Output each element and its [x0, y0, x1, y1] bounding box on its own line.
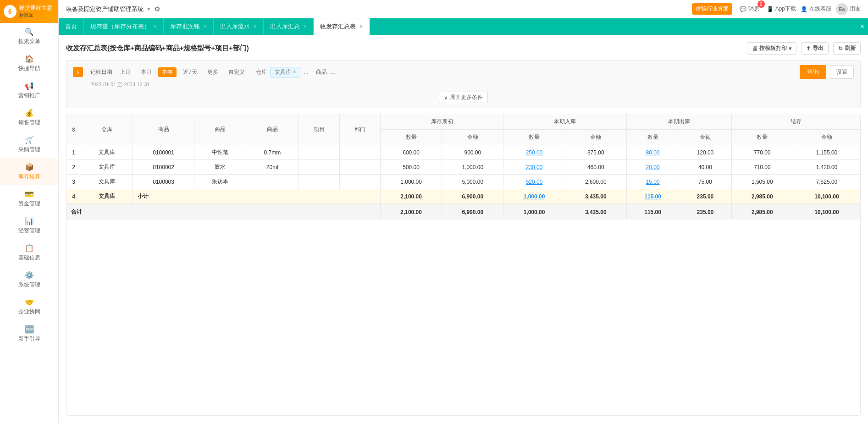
filter-toggle-btn[interactable]: ›: [73, 67, 83, 77]
tab-close-in-out-summary[interactable]: ×: [304, 23, 307, 30]
tab-receive-send-summary[interactable]: 收发存汇总表 ×: [314, 18, 370, 35]
cell-open-qty: 500.00: [380, 160, 442, 175]
cell-in-qty[interactable]: 520.00: [503, 175, 565, 189]
col-warehouse: 仓库: [81, 114, 133, 145]
export-btn[interactable]: ⬆ 导出: [801, 42, 829, 55]
sidebar-item-search[interactable]: 🔍 搜索菜单: [0, 23, 58, 50]
system-icon: ⚙️: [25, 271, 34, 280]
sidebar-item-sales[interactable]: 💰 销售管理: [0, 104, 58, 131]
sidebar-item-finance[interactable]: 💳 资金管理: [0, 185, 58, 212]
online-service-btn[interactable]: 👤 在线客服: [801, 5, 831, 13]
date-filter: 记账日期 上月 本月 本年 近7天 更多 自定义: [90, 67, 249, 77]
table-settings-icon[interactable]: ⚙: [66, 114, 81, 145]
date-btn-7days[interactable]: 近7天: [179, 67, 201, 77]
cell-open-qty: 1,000.00: [380, 175, 442, 189]
date-btn-last-month[interactable]: 上月: [116, 67, 134, 77]
goods-more[interactable]: ...: [331, 69, 335, 75]
cell-department: [339, 160, 380, 175]
cell-open-amt: 1,000.00: [442, 160, 503, 175]
sidebar-item-marketing[interactable]: 📢 营销推广: [0, 77, 58, 104]
sidebar-item-inventory[interactable]: 📦 库存核算: [0, 158, 58, 185]
expand-conditions-btn[interactable]: ∨ 展开更多条件: [439, 92, 488, 103]
date-btn-this-month[interactable]: 本月: [137, 67, 155, 77]
logo-text: 畅捷通好生意: [19, 5, 52, 12]
cell-department: [339, 175, 380, 189]
col-project: 项目: [299, 114, 339, 145]
marketing-icon: 📢: [25, 82, 34, 90]
query-btn[interactable]: 查询: [800, 65, 826, 79]
cell-in-qty[interactable]: 230.00: [503, 160, 565, 175]
sidebar-item-system[interactable]: ⚙️ 系统管理: [0, 266, 58, 293]
date-btn-custom[interactable]: 自定义: [225, 67, 249, 77]
sub-seq: 4: [66, 189, 81, 204]
experience-btn[interactable]: 体验行业方案: [692, 3, 732, 15]
cell-goods-code: 0100001: [133, 145, 194, 160]
cell-out-qty[interactable]: 20.00: [626, 160, 679, 175]
settings-btn[interactable]: 设置: [830, 65, 854, 79]
home-icon: 🏠: [25, 55, 34, 63]
sub-out-qty[interactable]: 115.00: [626, 189, 679, 204]
tab-close-in-out-flow[interactable]: ×: [254, 23, 257, 30]
table-row: 2 文具库 0100002 胶水 20ml 500.00 1,000.00 23…: [66, 160, 860, 175]
col-closing-group: 结存: [731, 114, 860, 130]
print-btn[interactable]: 🖨 按模板打印 ▾: [747, 42, 796, 55]
cell-project: [299, 145, 339, 160]
warehouse-more[interactable]: ...: [304, 69, 309, 75]
date-btn-more[interactable]: 更多: [204, 67, 222, 77]
sub-out-amt: 235.00: [679, 189, 731, 204]
cell-in-amt: 2,600.00: [565, 175, 626, 189]
col-out-group: 本期出库: [626, 114, 731, 130]
expand-icon: ∨: [444, 94, 448, 101]
cell-in-qty[interactable]: 250.00: [503, 145, 565, 160]
tab-bar-close[interactable]: ×: [857, 22, 868, 31]
sidebar-item-guide[interactable]: 🆕 新手引导: [0, 320, 58, 347]
cell-goods-code: 0100002: [133, 160, 194, 175]
cell-close-qty: 1,505.00: [731, 175, 793, 189]
cell-goods-spec: 20ml: [246, 160, 299, 175]
col-goods-code: 商品: [133, 114, 194, 145]
sidebar-item-quick-nav[interactable]: 🏠 快捷导航: [0, 50, 58, 77]
sidebar-item-basic[interactable]: 📋 基础信息: [0, 239, 58, 266]
footer-close-qty: 2,985.00: [731, 204, 793, 220]
tab-close-inventory-dist[interactable]: ×: [154, 23, 157, 30]
sidebar-item-operation[interactable]: 📊 经营管理: [0, 212, 58, 239]
cell-in-amt: 460.00: [565, 160, 626, 175]
tab-in-out-summary[interactable]: 出入库汇总 ×: [264, 18, 314, 35]
warehouse-filter: 仓库 文具库 × ...: [256, 67, 309, 77]
sidebar-item-purchase[interactable]: 🛒 采购管理: [0, 131, 58, 158]
sub-in-qty[interactable]: 1,000.00: [503, 189, 565, 204]
sub-close-qty: 2,985.00: [731, 189, 793, 204]
tab-home[interactable]: 首页: [59, 18, 84, 35]
tab-in-out-flow[interactable]: 出入库流水 ×: [214, 18, 264, 35]
sub-label: 小计: [133, 189, 380, 204]
warehouse-tag: 文具库 ×: [271, 67, 300, 77]
table-row: 3 文具库 0100003 采访本 1,000.00 5,000.00 520.…: [66, 175, 860, 189]
tab-close-batch-account[interactable]: ×: [204, 23, 207, 30]
user-profile-btn[interactable]: Ea 用友: [836, 3, 861, 15]
page-title: 收发存汇总表(按仓库+商品编码+商品+规格型号+项目+部门): [66, 44, 249, 53]
sales-icon: 💰: [25, 109, 34, 117]
sidebar-logo: 6 畅捷通好生意 标准版: [0, 0, 58, 23]
cell-out-qty[interactable]: 15.00: [626, 175, 679, 189]
message-icon: 💬: [740, 6, 746, 12]
cell-seq: 2: [66, 160, 81, 175]
enterprise-icon: 🤝: [25, 298, 34, 307]
footer-in-amt: 3,435.00: [565, 204, 626, 220]
gear-settings-icon[interactable]: ⚙: [154, 5, 160, 13]
logo-icon: 6: [4, 5, 17, 18]
tab-inventory-dist[interactable]: 现存量（库存分布表） ×: [84, 18, 164, 35]
tab-bar: 首页 现存量（库存分布表） × 库存批次账 × 出入库流水 × 出入库汇总 × …: [59, 18, 868, 35]
app-download-btn[interactable]: 📱 App下载: [767, 5, 796, 13]
cell-seq: 1: [66, 145, 81, 160]
date-btn-this-year[interactable]: 本年: [158, 67, 177, 77]
cell-warehouse: 文具库: [81, 175, 133, 189]
warehouse-tag-close[interactable]: ×: [293, 69, 296, 75]
message-btn[interactable]: 💬 6 消息: [737, 3, 762, 15]
cell-out-qty[interactable]: 80.00: [626, 145, 679, 160]
page-content: 收发存汇总表(按仓库+商品编码+商品+规格型号+项目+部门) 🖨 按模板打印 ▾…: [59, 35, 868, 423]
sidebar-item-enterprise[interactable]: 🤝 企业协同: [0, 293, 58, 320]
filter-bar: › 记账日期 上月 本月 本年 近7天 更多 自定义 仓库: [66, 60, 861, 108]
tab-batch-account[interactable]: 库存批次账 ×: [164, 18, 214, 35]
refresh-btn[interactable]: ↻ 刷新: [833, 42, 861, 55]
tab-close-receive-send-summary[interactable]: ×: [359, 23, 363, 30]
